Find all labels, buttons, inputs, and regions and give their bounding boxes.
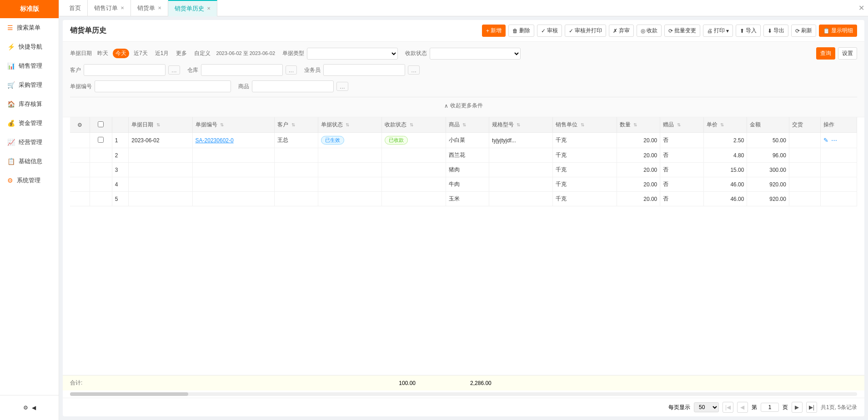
tab-sales-history[interactable]: 销货单历史 ✕ <box>168 0 217 16</box>
th-doc-status[interactable]: 单据状态 ⇅ <box>318 117 381 133</box>
sidebar-item-quick-nav[interactable]: ⚡ 快捷导航 <box>0 37 59 56</box>
th-goods[interactable]: 商品 ⇅ <box>446 117 489 133</box>
show-details-button[interactable]: 📋 显示明细 <box>819 25 857 37</box>
date-tag-more[interactable]: 更多 <box>173 49 190 58</box>
sidebar-item-finance[interactable]: 💰 资金管理 <box>0 114 59 133</box>
sidebar-item-search-menu[interactable]: ☰ 搜索菜单 <box>0 18 59 37</box>
sort-unit-price-icon[interactable]: ⇅ <box>720 122 724 127</box>
scrollbar-thumb[interactable] <box>70 392 188 396</box>
row-gift: 否 <box>660 148 704 163</box>
sort-customer-icon[interactable]: ⇅ <box>291 122 295 127</box>
th-checkbox[interactable] <box>90 117 112 133</box>
sort-doc-num-icon[interactable]: ⇅ <box>220 122 224 127</box>
th-spec-type[interactable]: 规格型号 ⇅ <box>489 117 553 133</box>
sort-spec-type-icon[interactable]: ⇅ <box>517 122 520 127</box>
sidebar-settings-btn[interactable]: ⚙ ◀ <box>0 399 59 416</box>
warehouse-input[interactable] <box>201 64 283 76</box>
th-doc-date[interactable]: 单据日期 ⇅ <box>129 117 192 133</box>
row-checkbox-input[interactable] <box>98 137 104 143</box>
row-checkbox[interactable] <box>90 177 112 192</box>
row-action <box>820 163 857 177</box>
tab-sales-order-close[interactable]: ✕ <box>120 5 124 10</box>
th-quantity[interactable]: 数量 ⇅ <box>617 117 660 133</box>
warehouse-dots-btn[interactable]: ... <box>286 65 297 75</box>
date-tag-7days[interactable]: 近7天 <box>131 49 151 58</box>
first-page-btn[interactable]: |◀ <box>722 402 733 413</box>
audit-print-button[interactable]: ✓ 审核并打印 <box>565 25 606 37</box>
th-unit-price[interactable]: 单价 ⇅ <box>703 117 747 133</box>
sort-payment-status-icon[interactable]: ⇅ <box>410 122 413 127</box>
customer-input[interactable] <box>84 64 166 76</box>
row-checkbox[interactable] <box>90 163 112 177</box>
current-page-input[interactable] <box>761 403 779 412</box>
sidebar-item-purchase[interactable]: 🛒 采购管理 <box>0 75 59 95</box>
select-all-checkbox[interactable] <box>98 121 104 127</box>
th-gift[interactable]: 赠品 ⇅ <box>660 117 704 133</box>
date-tag-custom[interactable]: 自定义 <box>191 49 213 58</box>
table-row: 2 西兰花 千克 20.00 否 4.80 96.00 <box>70 148 857 163</box>
payment-status-select[interactable] <box>430 48 521 60</box>
sort-gift-icon[interactable]: ⇅ <box>677 122 681 127</box>
sidebar-item-sales[interactable]: 📊 销售管理 <box>0 56 59 75</box>
date-tag-yesterday[interactable]: 昨天 <box>95 49 111 58</box>
abandon-button[interactable]: ✗ 弃审 <box>609 25 634 37</box>
batch-label: 批量变更 <box>674 27 696 35</box>
collect-button[interactable]: ◎ 收款 <box>637 25 662 37</box>
th-settings[interactable]: ⚙ <box>70 117 90 133</box>
row-edit-icon[interactable]: ✎ <box>823 137 828 144</box>
sidebar-item-basic-info[interactable]: 📋 基础信息 <box>0 152 59 171</box>
horizontal-scrollbar[interactable] <box>70 392 857 396</box>
import-button[interactable]: ⬆ 导入 <box>736 25 761 37</box>
goods-dots-btn[interactable]: ... <box>336 82 348 91</box>
staff-input[interactable] <box>323 64 405 76</box>
tab-sales-order[interactable]: 销售订单 ✕ <box>88 0 131 16</box>
print-button[interactable]: 🖨 打印 ▾ <box>703 25 733 37</box>
audit-button[interactable]: ✓ 审核 <box>537 25 562 37</box>
staff-dots-btn[interactable]: ... <box>408 65 420 75</box>
th-payment-status[interactable]: 收款状态 ⇅ <box>382 117 446 133</box>
sort-doc-status-icon[interactable]: ⇅ <box>346 122 349 127</box>
delete-button[interactable]: 🗑 删除 <box>508 25 534 37</box>
doc-num-input[interactable] <box>95 80 231 92</box>
sidebar-item-system[interactable]: ⚙ 系统管理 <box>0 171 59 190</box>
sort-quantity-icon[interactable]: ⇅ <box>633 122 637 127</box>
sidebar-item-operation[interactable]: 📈 经营管理 <box>0 133 59 152</box>
date-tag-1month[interactable]: 近1月 <box>152 49 172 58</box>
row-more-icon[interactable]: ⋯ <box>831 137 837 144</box>
goods-input[interactable] <box>252 80 334 92</box>
query-button[interactable]: 查询 <box>816 47 835 60</box>
warehouse-label: 仓库 <box>187 66 198 74</box>
next-page-btn[interactable]: ▶ <box>792 402 803 413</box>
last-page-btn[interactable]: ▶| <box>806 402 817 413</box>
sidebar-item-label: 销售管理 <box>19 62 42 70</box>
row-checkbox[interactable] <box>90 148 112 163</box>
customer-dots-btn[interactable]: ... <box>168 65 180 75</box>
date-tag-today[interactable]: 今天 <box>113 49 129 58</box>
export-button[interactable]: ⬇ 导出 <box>763 25 788 37</box>
collapse-filter-btn[interactable]: ∧ 收起更多条件 <box>439 100 488 111</box>
sort-sale-unit-icon[interactable]: ⇅ <box>581 122 584 127</box>
sort-doc-date-icon[interactable]: ⇅ <box>156 122 160 127</box>
per-page-select[interactable]: 50 100 200 <box>694 402 719 412</box>
row-unit-price: 4.80 <box>703 148 747 163</box>
prev-page-btn[interactable]: ◀ <box>737 402 748 413</box>
row-checkbox[interactable] <box>90 192 112 206</box>
tab-home[interactable]: 首页 <box>63 0 88 16</box>
th-doc-num[interactable]: 单据编号 ⇅ <box>192 117 275 133</box>
sort-goods-icon[interactable]: ⇅ <box>462 122 466 127</box>
batch-change-button[interactable]: ⟳ 批量变更 <box>664 25 700 37</box>
tabs-close-all[interactable]: ✕ <box>858 4 864 12</box>
refresh-button[interactable]: ⟳ 刷新 <box>791 25 816 37</box>
new-button[interactable]: + 新增 <box>482 25 506 37</box>
filter-settings-button[interactable]: 设置 <box>838 47 857 60</box>
doc-num-link[interactable]: SA-20230602-0 <box>196 137 234 144</box>
sidebar-item-inventory[interactable]: 🏠 库存核算 <box>0 95 59 114</box>
table-row: 3 猪肉 千克 20.00 否 15.00 300.00 <box>70 163 857 177</box>
tab-sales-invoice-close[interactable]: ✕ <box>158 5 161 10</box>
row-checkbox[interactable] <box>90 133 112 148</box>
tab-sales-history-close[interactable]: ✕ <box>207 6 211 11</box>
th-sale-unit[interactable]: 销售单位 ⇅ <box>553 117 617 133</box>
doc-type-select[interactable] <box>307 48 398 60</box>
tab-sales-invoice[interactable]: 销货单 ✕ <box>131 0 168 16</box>
th-customer[interactable]: 客户 ⇅ <box>275 117 318 133</box>
